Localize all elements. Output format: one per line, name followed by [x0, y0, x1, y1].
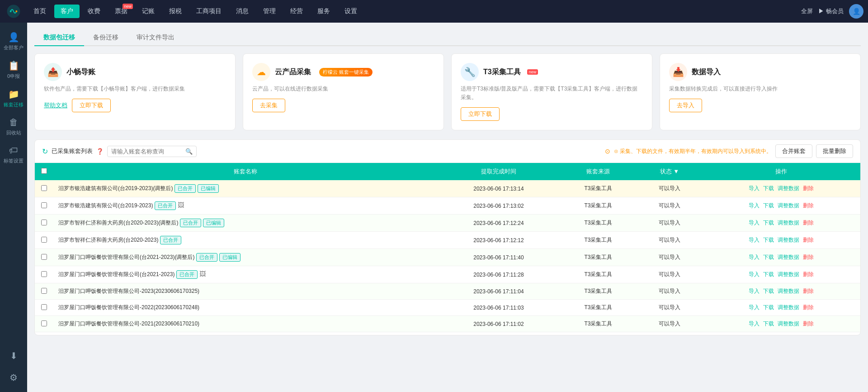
- nav-home[interactable]: 首页: [27, 5, 52, 18]
- action-下载[interactable]: 下载: [763, 185, 774, 191]
- action-导入[interactable]: 导入: [749, 254, 760, 260]
- action-下载[interactable]: 下载: [763, 254, 774, 260]
- cell-name: 汨罗屋门口呷饭餐饮管理有限公司-2022(20230606170248): [53, 300, 438, 316]
- action-调整数据[interactable]: 调整数据: [778, 288, 799, 294]
- action-下载[interactable]: 下载: [763, 202, 774, 209]
- action-调整数据[interactable]: 调整数据: [778, 304, 799, 311]
- action-导入[interactable]: 导入: [749, 288, 760, 294]
- action-导入[interactable]: 导入: [749, 320, 760, 327]
- nav-message[interactable]: 消息: [230, 5, 255, 18]
- cell-actions: 导入下载调整数据删除: [702, 300, 860, 316]
- nav-operation[interactable]: 经营: [284, 5, 309, 18]
- help-doc-link[interactable]: 帮助文档: [44, 101, 67, 110]
- action-导入[interactable]: 导入: [749, 202, 760, 209]
- sidebar-label-tag-settings: 标签设置: [4, 158, 24, 164]
- sidebar-item-all-customers[interactable]: 👤 全部客户: [0, 27, 27, 56]
- row-checkbox[interactable]: [41, 202, 47, 208]
- action-删除[interactable]: 删除: [803, 288, 814, 294]
- xiaochangdaozhang-actions: 帮助文档 立即下载: [44, 99, 226, 112]
- table-help-icon[interactable]: ❓: [96, 148, 104, 155]
- user-avatar[interactable]: 👤: [849, 4, 863, 19]
- app-logo[interactable]: [5, 2, 23, 20]
- action-下载[interactable]: 下载: [763, 271, 774, 277]
- action-删除[interactable]: 删除: [803, 254, 814, 260]
- go-import-btn[interactable]: 去导入: [669, 99, 702, 112]
- row-checkbox[interactable]: [41, 271, 47, 277]
- action-下载[interactable]: 下载: [763, 320, 774, 327]
- action-调整数据[interactable]: 调整数据: [778, 202, 799, 209]
- action-导入[interactable]: 导入: [749, 271, 760, 277]
- merge-accounts-btn[interactable]: 合并账套: [775, 144, 812, 158]
- nav-customer[interactable]: 客户: [54, 5, 80, 18]
- tab-data-migration[interactable]: 数据包迁移: [34, 30, 84, 46]
- action-导入[interactable]: 导入: [749, 237, 760, 243]
- shujudaoru-title: 数据导入: [692, 67, 721, 77]
- search-box: 🔍: [107, 146, 197, 157]
- action-调整数据[interactable]: 调整数据: [778, 271, 799, 277]
- action-导入[interactable]: 导入: [749, 304, 760, 311]
- action-调整数据[interactable]: 调整数据: [778, 254, 799, 260]
- row-checkbox[interactable]: [41, 185, 47, 191]
- cell-status: 可以导入: [637, 332, 702, 335]
- row-extra-icon[interactable]: 🖼: [199, 270, 206, 277]
- sidebar-item-tag-settings[interactable]: 🏷 标签设置: [0, 141, 27, 169]
- action-下载[interactable]: 下载: [763, 237, 774, 243]
- download-now-btn[interactable]: 立即下载: [72, 99, 111, 112]
- action-删除[interactable]: 删除: [803, 320, 814, 327]
- search-input[interactable]: [111, 148, 184, 155]
- row-checkbox[interactable]: [41, 320, 47, 326]
- cell-name: 汨罗市银浩建筑有限公司(台2019-2023)(调整后)已合开已编辑: [53, 180, 438, 197]
- batch-delete-btn[interactable]: 批量删除: [816, 144, 853, 158]
- nav-tax[interactable]: 报税: [163, 5, 188, 18]
- action-调整数据[interactable]: 调整数据: [778, 320, 799, 327]
- t3tool-icon: 🔧: [461, 63, 479, 81]
- t3-download-btn[interactable]: 立即下载: [461, 107, 500, 121]
- action-调整数据[interactable]: 调整数据: [778, 237, 799, 243]
- tab-backup-migration[interactable]: 备份迁移: [84, 30, 127, 46]
- tab-audit-export[interactable]: 审计文件导出: [127, 30, 184, 46]
- action-导入[interactable]: 导入: [749, 220, 760, 226]
- action-删除[interactable]: 删除: [803, 220, 814, 226]
- action-导入[interactable]: 导入: [749, 185, 760, 191]
- nav-manage[interactable]: 管理: [257, 5, 282, 18]
- action-删除[interactable]: 删除: [803, 271, 814, 277]
- sidebar-item-recycle[interactable]: 🗑 回收站: [0, 113, 27, 141]
- action-删除[interactable]: 删除: [803, 304, 814, 311]
- action-删除[interactable]: 删除: [803, 202, 814, 209]
- select-all-checkbox[interactable]: [41, 168, 47, 174]
- nav-settings[interactable]: 设置: [338, 5, 363, 18]
- sidebar-item-account-migration[interactable]: 📁 账套迁移: [0, 84, 27, 113]
- action-下载[interactable]: 下载: [763, 220, 774, 226]
- action-下载[interactable]: 下载: [763, 288, 774, 294]
- row-extra-icon[interactable]: 🖼: [178, 201, 184, 209]
- nav-bookkeeping[interactable]: 记账: [136, 5, 161, 18]
- nav-billing[interactable]: 收费: [81, 5, 107, 18]
- action-调整数据[interactable]: 调整数据: [778, 185, 799, 191]
- action-下载[interactable]: 下载: [763, 304, 774, 311]
- search-icon[interactable]: 🔍: [185, 148, 193, 155]
- sidebar-item-zero-declare[interactable]: 📋 0申报: [0, 56, 27, 84]
- nav-invoice[interactable]: 票据 new: [108, 5, 134, 18]
- xiaochangdaozhang-icon: 📤: [44, 63, 62, 81]
- fullscreen-btn[interactable]: 全屏: [801, 7, 813, 15]
- nav-service[interactable]: 服务: [311, 5, 336, 18]
- action-调整数据[interactable]: 调整数据: [778, 220, 799, 226]
- cell-source: T3采集工具: [560, 249, 637, 266]
- row-checkbox[interactable]: [41, 237, 47, 243]
- nav-business[interactable]: 工商项目: [190, 5, 228, 18]
- row-checkbox[interactable]: [41, 220, 47, 225]
- row-checkbox[interactable]: [41, 254, 47, 260]
- member-btn[interactable]: ▶ 畅会员: [818, 7, 844, 15]
- action-删除[interactable]: 删除: [803, 185, 814, 191]
- sidebar-item-settings[interactable]: ⚙: [7, 368, 20, 387]
- refresh-icon[interactable]: ↻: [42, 147, 48, 156]
- table-row: 汨罗市智祥仁济和善大药房(台2020-2023)已合开2023-06-06 17…: [35, 232, 860, 249]
- sidebar-item-download[interactable]: ⬇: [7, 346, 20, 366]
- header-name: 账套名称: [53, 163, 438, 180]
- card-header-shujudaoru: 📥 数据导入: [669, 63, 851, 81]
- row-checkbox[interactable]: [41, 304, 47, 310]
- t3tool-new-badge: new: [527, 69, 538, 75]
- row-checkbox[interactable]: [41, 288, 47, 294]
- action-删除[interactable]: 删除: [803, 237, 814, 243]
- go-collect-btn[interactable]: 去采集: [252, 99, 285, 112]
